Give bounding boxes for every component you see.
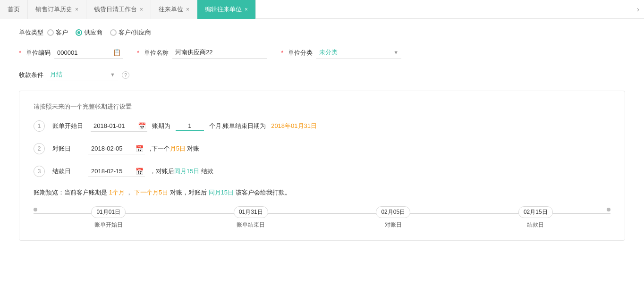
timeline-date-3: 02月05日: [376, 206, 410, 218]
tab-edit-partner-close[interactable]: ×: [245, 7, 248, 12]
step-2-suffix: 对账: [186, 145, 200, 152]
tab-edit-partner-label: 编辑往来单位: [205, 5, 242, 14]
radio-supplier-circle: [76, 29, 82, 36]
tab-cash-work[interactable]: 钱货日清工作台 ×: [86, 0, 151, 19]
unit-category-group: * 单位分类 未分类 ▼: [281, 46, 401, 59]
tab-partner-units-label: 往来单位: [159, 5, 183, 14]
unit-name-star: *: [137, 49, 139, 56]
step-2-desc: ,下一个月5日 对账: [150, 144, 199, 153]
timeline-point-3: 02月05日 对账日: [322, 206, 465, 229]
unit-code-input-wrapper: 📋: [54, 47, 123, 59]
unit-name-input[interactable]: [172, 47, 267, 59]
timeline-point-1: 01月01日 账单开始日: [37, 206, 180, 229]
step-date-2: 📅: [88, 143, 145, 154]
step-label-1: 账单开始日: [52, 122, 83, 130]
payment-terms-group: 收款条件 月结 ▼ ?: [19, 68, 129, 81]
unit-category-label: 单位分类: [288, 49, 313, 57]
unit-code-input[interactable]: [54, 47, 111, 58]
tab-cash-work-label: 钱货日清工作台: [94, 5, 137, 14]
step-row-1: 1 账单开始日 📅 账期为 个月,账单结束日期为 2018年01月31日: [34, 120, 610, 132]
tab-home[interactable]: 首页: [0, 0, 28, 19]
tab-sales-orders-label: 销售订单历史: [35, 5, 72, 14]
preview-part1: 1个月: [109, 189, 125, 196]
tab-sales-orders-close[interactable]: ×: [75, 7, 78, 12]
timeline-date-1: 01月01日: [91, 206, 126, 218]
radio-customer-circle: [47, 29, 54, 36]
preview-part6: 该客户会给我打款。: [236, 189, 291, 196]
radio-supplier-label: 供应商: [84, 28, 102, 37]
unit-code-star: *: [19, 49, 21, 56]
step-date-input-2[interactable]: [88, 143, 136, 154]
preview-prefix: 账期预览：当前客户账期是: [34, 189, 107, 196]
timeline-label-2: 账单结束日: [237, 221, 265, 229]
step-num-3: 3: [34, 166, 45, 177]
step-date-input-3[interactable]: [88, 166, 136, 177]
step-date-1: 📅: [91, 120, 147, 132]
unit-category-select[interactable]: 未分类 ▼: [316, 46, 401, 59]
preview-part3: 下一个月5日: [134, 189, 168, 196]
timeline-point-2: 01月31日 账单结束日: [180, 206, 322, 229]
card-instruction: 请按照未来的一个完整帐期进行设置: [34, 102, 610, 111]
step-1-desc: 账期为 个月,账单结束日期为 2018年01月31日: [152, 121, 317, 131]
unit-code-label: 单位编码: [26, 49, 51, 57]
preview-text: 账期预览：当前客户账期是 1个月 ， 下一个月5日 对账，对账后 同月15日 该…: [34, 188, 610, 197]
step-1-end-date: 2018年01月31日: [271, 122, 317, 129]
step-label-2: 对账日: [52, 144, 81, 153]
unit-category-arrow: ▼: [393, 50, 398, 55]
payment-terms-select[interactable]: 月结 ▼: [47, 68, 118, 81]
step-2-highlight: 月5日: [170, 145, 186, 152]
tab-partner-units[interactable]: 往来单位 ×: [151, 0, 197, 19]
unit-type-label: 单位类型: [19, 28, 43, 37]
tab-edit-partner[interactable]: 编辑往来单位 ×: [197, 0, 256, 19]
step-1-period-unit: 个月,账单结束日期为: [209, 122, 266, 129]
radio-customer-supplier-circle: [110, 29, 117, 36]
unit-category-star: *: [281, 49, 283, 56]
step-3-desc: ，对账后同月15日 结款: [150, 167, 213, 176]
unit-code-group: * 单位编码 📋: [19, 47, 123, 59]
period-value-input[interactable]: [176, 121, 204, 131]
tab-partner-units-close[interactable]: ×: [186, 7, 189, 12]
tab-home-label: 首页: [8, 5, 20, 14]
tabs-bar: 首页 销售订单历史 × 钱货日清工作台 × 往来单位 × 编辑往来单位 × ›: [0, 0, 644, 19]
timeline: 01月01日 账单开始日 01月31日 账单结束日 02月05日 对账日: [34, 206, 610, 229]
tab-sales-orders[interactable]: 销售订单历史 ×: [28, 0, 86, 19]
unit-code-icon[interactable]: 📋: [111, 49, 123, 56]
timeline-date-2: 01月31日: [234, 206, 268, 218]
step-row-2: 2 对账日 📅 ,下一个月5日 对账: [34, 143, 610, 154]
radio-customer-supplier[interactable]: 客户/供应商: [110, 28, 151, 37]
radio-customer-label: 客户: [56, 28, 68, 37]
step-date-3: 📅: [88, 166, 145, 177]
preview-part5: 同月15日: [209, 189, 234, 196]
step-1-period-label: 账期为: [152, 122, 170, 129]
timeline-point-4: 02月15日 结款日: [465, 206, 607, 229]
timeline-label-3: 对账日: [385, 221, 402, 229]
unit-type-row: 单位类型 客户 供应商 客户/供应商: [19, 28, 625, 37]
radio-supplier[interactable]: 供应商: [76, 28, 102, 37]
unit-category-value: 未分类: [319, 48, 338, 57]
unit-name-label: 单位名称: [144, 49, 169, 57]
tab-cash-work-close[interactable]: ×: [140, 7, 143, 12]
step-cal-icon-3[interactable]: 📅: [136, 168, 144, 175]
timeline-items: 01月01日 账单开始日 01月31日 账单结束日 02月05日 对账日: [34, 206, 610, 229]
step-cal-icon-2[interactable]: 📅: [136, 145, 144, 152]
unit-info-row: * 单位编码 📋 * 单位名称 * 单位分类 未分类 ▼: [19, 46, 625, 59]
preview-part2: ，: [126, 189, 132, 196]
timeline-date-4: 02月15日: [518, 206, 553, 218]
payment-terms-row: 收款条件 月结 ▼ ?: [19, 68, 625, 81]
billing-period-card: 请按照未来的一个完整帐期进行设置 1 账单开始日 📅 账期为 个月,账单结束日期…: [19, 91, 625, 241]
radio-customer[interactable]: 客户: [47, 28, 68, 37]
step-cal-icon-1[interactable]: 📅: [138, 122, 146, 130]
payment-terms-label: 收款条件: [19, 71, 43, 79]
radio-customer-supplier-label: 客户/供应商: [119, 28, 151, 37]
tab-more-button[interactable]: ›: [632, 5, 644, 14]
step-row-3: 3 结款日 📅 ，对账后同月15日 结款: [34, 166, 610, 177]
timeline-label-1: 账单开始日: [94, 221, 123, 229]
step-date-input-1[interactable]: [91, 120, 138, 131]
payment-terms-help[interactable]: ?: [122, 71, 129, 79]
step-3-highlight: 同月15日: [174, 168, 199, 175]
unit-name-group: * 单位名称: [137, 47, 267, 59]
preview-part4: 对账，对账后: [170, 189, 207, 196]
payment-terms-value: 月结: [50, 70, 62, 79]
payment-terms-arrow: ▼: [110, 72, 115, 77]
step-3-suffix: 结款: [199, 168, 213, 175]
